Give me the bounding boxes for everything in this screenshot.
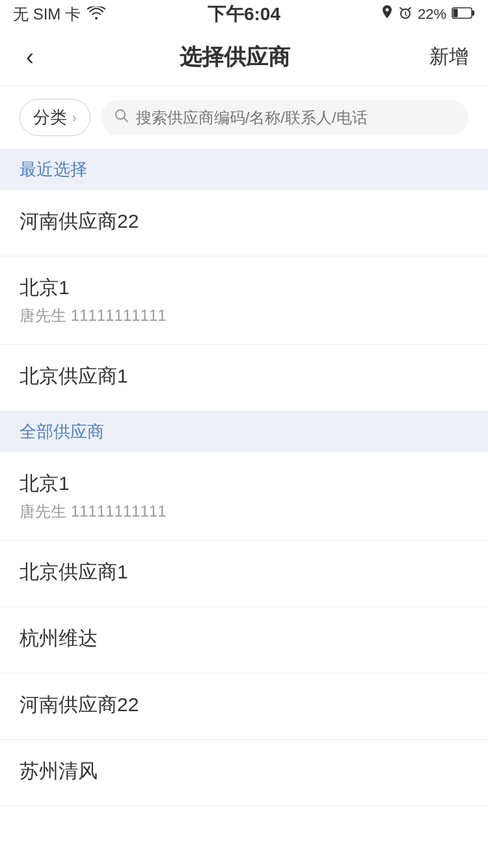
filter-bar: 分类 › [0, 86, 488, 149]
all-section-header: 全部供应商 [0, 411, 488, 452]
status-right: 22% [381, 5, 475, 23]
list-item[interactable]: 北京1唐先生 11111111111 [0, 256, 488, 345]
category-label: 分类 [33, 106, 67, 129]
item-name: 北京供应商1 [20, 559, 468, 586]
add-button[interactable]: 新增 [429, 44, 468, 70]
battery-label: 22% [418, 6, 446, 23]
chevron-right-icon: › [72, 110, 77, 125]
list-item[interactable]: 北京供应商1 [0, 345, 488, 411]
item-name: 河南供应商22 [20, 692, 468, 718]
list-item[interactable]: 苏州清风 [0, 740, 488, 806]
recent-section-label: 最近选择 [20, 159, 87, 179]
location-icon [381, 5, 393, 23]
item-contact: 唐先生 11111111111 [20, 305, 468, 326]
item-name: 苏州清风 [20, 758, 468, 785]
recent-section-header: 最近选择 [0, 149, 488, 190]
search-box[interactable] [101, 100, 468, 135]
recent-list: 河南供应商22北京1唐先生 11111111111北京供应商1 [0, 190, 488, 411]
list-item[interactable]: 河南供应商22 [0, 673, 488, 740]
item-name: 北京供应商1 [20, 363, 468, 390]
category-button[interactable]: 分类 › [20, 99, 90, 136]
search-input[interactable] [136, 109, 455, 127]
alarm-icon [398, 5, 413, 23]
item-name: 河南供应商22 [20, 208, 468, 235]
svg-rect-2 [472, 10, 474, 16]
search-icon [114, 108, 129, 128]
item-name: 北京1 [20, 275, 468, 301]
item-name: 北京1 [20, 470, 468, 497]
all-section-label: 全部供应商 [20, 422, 104, 441]
status-bar: 无 SIM 卡 下午6:04 22% [0, 0, 488, 29]
list-item[interactable]: 河南供应商22 [0, 190, 488, 256]
list-item[interactable]: 北京1唐先生 11111111111 [0, 452, 488, 541]
list-item[interactable]: 北京供应商1 [0, 541, 488, 607]
page-title: 选择供应商 [180, 42, 290, 72]
carrier-label: 无 SIM 卡 [13, 4, 81, 25]
status-time: 下午6:04 [208, 2, 280, 27]
nav-bar: ‹ 选择供应商 新增 [0, 29, 488, 86]
wifi-icon [87, 5, 105, 23]
svg-rect-3 [454, 9, 458, 18]
back-button[interactable]: ‹ [20, 37, 40, 77]
item-name: 杭州维达 [20, 625, 468, 652]
list-item[interactable]: 杭州维达 [0, 607, 488, 673]
status-left: 无 SIM 卡 [13, 4, 105, 25]
all-list: 北京1唐先生 11111111111北京供应商1杭州维达河南供应商22苏州清风 [0, 452, 488, 806]
item-contact: 唐先生 11111111111 [20, 501, 468, 522]
battery-icon [452, 6, 475, 23]
